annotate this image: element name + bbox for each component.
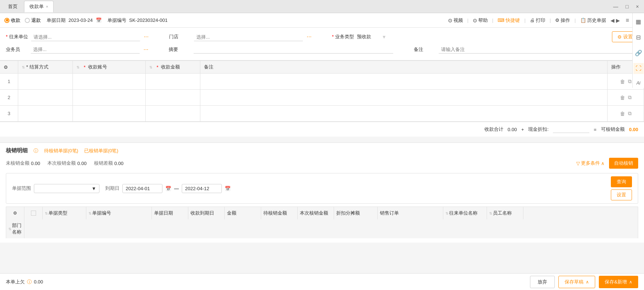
minimize-button[interactable]: — (611, 3, 620, 10)
row-1-account[interactable] (73, 74, 146, 89)
chevron-down-icon[interactable]: ▼ (382, 34, 386, 40)
shortcut-button[interactable]: ⌨ 快捷键 (498, 17, 520, 24)
row-1-settle[interactable] (18, 74, 73, 89)
sort-doc-num[interactable]: ⇅ (89, 211, 91, 215)
row-3-actions: 🗑 ⧉ (608, 106, 644, 121)
bth-doc-type: ⇅ 单据类型 (43, 207, 86, 219)
print-icon: 🖨 (530, 17, 535, 23)
row-2-account[interactable] (73, 90, 146, 105)
reconcile-header: 核销明细 ⓘ 待核销单据(0笔) 已核销单据(0笔) (6, 147, 638, 154)
date-to-input[interactable] (182, 184, 222, 193)
save-draft-button[interactable]: 保存草稿 ∧ (558, 276, 595, 288)
calendar-to-icon[interactable]: 📅 (225, 186, 231, 191)
sort-icon-account[interactable]: ⇅ (76, 65, 79, 69)
discount-input[interactable] (553, 126, 589, 133)
row-3-amount[interactable] (146, 106, 200, 121)
th-gear-icon[interactable]: ⚙ (4, 64, 8, 70)
bth-gear[interactable]: ⚙ (6, 207, 24, 219)
row-3-delete-icon[interactable]: 🗑 (620, 111, 625, 117)
sort-doc-type[interactable]: ⇅ (45, 211, 48, 215)
sort-icon-settle[interactable]: ⇅ (22, 65, 25, 69)
range-select[interactable]: ▼ (34, 184, 99, 193)
calendar-from-icon[interactable]: 📅 (165, 186, 171, 191)
panel-link-icon[interactable]: 🔗 (633, 47, 644, 59)
sort-staff[interactable]: ⇅ (489, 211, 492, 215)
store-more-icon[interactable]: ··· (307, 34, 311, 40)
table-header: ⚙ ⇅ * 结算方式 ⇅ * 收款账号 ⇅ * 收款金额 备注 操作 (0, 60, 644, 74)
staff-more-icon[interactable]: ··· (144, 46, 148, 53)
limit-label: 本单上欠 (6, 279, 25, 285)
help-icon: ⊙ (473, 17, 477, 23)
row-1-amount[interactable] (146, 74, 200, 89)
date-from-input[interactable] (122, 184, 162, 193)
panel-image-icon[interactable]: ⊟ (634, 32, 643, 43)
sort-counterpart[interactable]: ⇅ (445, 211, 448, 215)
radio-receipt[interactable]: 收款 (4, 17, 20, 24)
row-2-settle[interactable] (18, 90, 73, 105)
tab-receipt[interactable]: 收款单 × (24, 1, 54, 12)
history-button[interactable]: 📋 历史单据 (580, 17, 606, 24)
panel-screenshot-icon[interactable]: ⛶ (633, 63, 644, 74)
abandon-button[interactable]: 放弃 (530, 276, 555, 288)
info-icon[interactable]: ⓘ (27, 279, 32, 285)
calendar-icon[interactable]: 📅 (96, 17, 102, 23)
row-1-remark[interactable] (200, 74, 608, 89)
list-view-button[interactable]: ≡ (624, 16, 631, 24)
row-3-settle[interactable] (18, 106, 73, 121)
receipt-table: ⚙ ⇅ * 结算方式 ⇅ * 收款账号 ⇅ * 收款金额 备注 操作 1 🗑 ⧉… (0, 60, 644, 122)
counterpart-more-icon[interactable]: ··· (144, 34, 149, 40)
nav-arrows: ◀ ▶ (610, 17, 620, 23)
row-1-copy-icon[interactable]: ⧉ (628, 78, 632, 85)
store-input[interactable] (194, 33, 303, 41)
counterpart-input[interactable] (31, 33, 140, 41)
panel-table-icon[interactable]: ▦ (633, 16, 643, 27)
header-checkbox[interactable] (31, 211, 36, 216)
nav-next-button[interactable]: ▶ (616, 17, 620, 23)
operation-button[interactable]: ⚙ 操作 (555, 17, 570, 24)
query-button[interactable]: 查询 (611, 176, 632, 187)
summary-input[interactable] (193, 45, 393, 54)
remark-input[interactable] (439, 45, 638, 54)
print-button[interactable]: 🖨 打印 (530, 17, 545, 24)
sort-dept[interactable]: ⇅ (8, 227, 11, 231)
auto-reconcile-button[interactable]: 自动核销 (609, 158, 638, 169)
bth-sales-order: 销售订单 (378, 207, 443, 219)
ai-label[interactable]: Ai (634, 78, 643, 88)
tab-home[interactable]: 首页 (3, 1, 23, 12)
bth-doc-num: ⇅ 单据编号 (86, 207, 152, 219)
save-new-arrow-icon: ∧ (629, 279, 632, 285)
nav-prev-button[interactable]: ◀ (610, 17, 614, 23)
staff-input[interactable] (31, 45, 140, 54)
done-tab[interactable]: 已核销单据(0笔) (84, 148, 118, 154)
pending-tab[interactable]: 待核销单据(0笔) (44, 148, 78, 154)
save-new-button[interactable]: 保存&新增 ∧ (599, 276, 638, 288)
radio-refund-label: 退款 (31, 17, 41, 24)
row-3-copy-icon[interactable]: ⧉ (628, 110, 632, 117)
sort-icon-amount[interactable]: ⇅ (149, 65, 152, 69)
table-settings-button[interactable]: 设置 (611, 189, 632, 200)
bth-counterpart: ⇅ 往来单位名称 (443, 207, 487, 219)
search-form: 单据范围 ▼ 到期日 📅 — 📅 查询 设置 (6, 173, 638, 204)
row-2-copy-icon[interactable]: ⧉ (628, 94, 632, 101)
radio-refund[interactable]: 退款 (25, 17, 41, 24)
row-1-delete-icon[interactable]: 🗑 (620, 79, 625, 85)
receipt-type-group: 收款 退款 (4, 17, 41, 24)
num-value: SK-20230324-001 (129, 17, 168, 23)
bth-doc-date: 单据日期 (152, 207, 188, 219)
bth-check[interactable] (24, 207, 43, 219)
video-button[interactable]: ⊙ 视频 (448, 17, 463, 24)
row-2-amount[interactable] (146, 90, 200, 105)
tab-close-icon[interactable]: × (46, 4, 48, 9)
row-2-remark[interactable] (200, 90, 608, 105)
maximize-button[interactable]: □ (623, 3, 631, 10)
summary-label: 摘要 (169, 46, 191, 53)
more-conditions-button[interactable]: ▽ 更多条件 ∧ (576, 160, 605, 166)
row-2-delete-icon[interactable]: 🗑 (620, 95, 625, 101)
close-button[interactable]: × (634, 3, 641, 10)
date-range-field: 到期日 📅 — 📅 (105, 184, 231, 193)
row-3-account[interactable] (73, 106, 146, 121)
row-3-remark[interactable] (200, 106, 608, 121)
reconcile-info-icon[interactable]: ⓘ (34, 148, 38, 154)
help-button[interactable]: ⊙ 帮助 (473, 17, 488, 24)
row-1-index: 1 (0, 74, 18, 89)
